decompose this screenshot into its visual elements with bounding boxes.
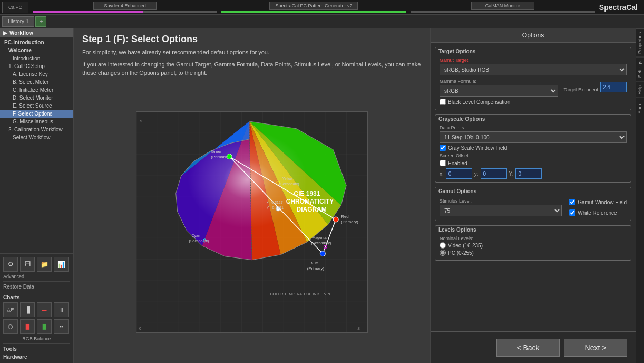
chart-bar2-icon[interactable]: █ [20,319,35,334]
data-points-select[interactable]: 11 Step 10% 0-100 [440,131,627,143]
gamma-formula-select[interactable]: sRGB [440,85,558,97]
levels-options-group: Levels Options Nominal Levels: Video (16… [435,225,631,261]
sidebar: ▶ Workflow PC-Introduction Welcome Intro… [0,28,74,363]
back-button[interactable]: < Back [496,339,560,357]
next-button[interactable]: Next > [564,339,627,357]
svg-text:(Secondary): (Secondary) [279,183,299,187]
Y-input[interactable] [515,168,542,179]
center-content: Step 1 (F): Select Options For simplicit… [74,28,430,363]
chart-rgb2-icon[interactable]: █ [37,319,52,334]
right-panel: Options Target Options Gamut Target: sRG… [430,28,636,363]
step-desc2: If you are interested in changing the Ga… [82,60,422,78]
chart-multi-icon[interactable]: ||| [54,302,69,317]
data-points-label: Data Points: [440,125,627,130]
sidebar-divider3 [3,292,70,292]
sidebar-item-select-workflow[interactable]: Select Workflow [0,133,73,141]
chart-rgb-icon[interactable]: ▬ [37,302,52,317]
sidebar-item-calibration-workflow[interactable]: 2. Calibration Workflow [0,126,73,133]
options-header: Options [431,28,636,43]
svg-point-13 [333,217,338,222]
gamut-options-content: Stimulus Level: 75 Gamut Window Field [435,195,631,221]
sidebar-item-initialize-meter[interactable]: C. Initialize Meter [0,86,73,94]
target-exponent-label: Target Exponent [563,87,598,92]
tool1-section: Spyder 4 Enhanced [33,2,217,13]
vtab-settings[interactable]: Settings [636,57,644,81]
vtab-properties[interactable]: Properties [636,28,644,57]
sidebar-item-select-monitor[interactable]: D. Select Monitor [0,94,73,102]
video-radio[interactable] [440,242,446,249]
gamut-window-label: Gamut Window Field [578,199,627,205]
gamut-window-row: Gamut Window Field [569,199,627,205]
stimulus-level-select[interactable]: 75 [440,205,562,216]
sidebar-item-introduction[interactable]: Introduction [0,54,73,62]
svg-text:Red: Red [341,214,349,219]
gamut-target-label: Gamut Target: [440,58,627,63]
chart-icon[interactable]: 📊 [54,257,69,272]
sidebar-item-select-source[interactable]: E. Select Source [0,102,73,110]
chart-pie-icon[interactable]: ⬡ [3,319,18,334]
sidebar-item-select-meter[interactable]: B. Select Meter [0,78,73,86]
cie-diagram: Red (Primary) Green (Primary) Blue (Prim… [74,82,430,364]
vtab-about[interactable]: About [636,98,644,117]
folder-icon[interactable]: 📁 [37,257,52,272]
tool2-label: SpectraCal PC Pattern Generator v2 [269,2,358,10]
target-exponent-input[interactable] [600,82,627,92]
media-icon[interactable]: 🎞 [20,257,35,272]
svg-text:(Secondary): (Secondary) [189,239,209,243]
pc-radio[interactable] [440,250,446,256]
black-level-checkbox[interactable] [440,99,446,105]
chart-delta-icon[interactable]: △E [3,302,18,317]
svg-text:CHROMATICITY: CHROMATICITY [286,198,334,205]
x-input[interactable] [446,168,472,179]
options-body: Target Options Gamut Target: sRGB, Studi… [431,43,636,331]
app-title: SpectraCal [599,3,642,12]
sidebar-divider [0,144,73,144]
sidebar-item-pc-introduction[interactable]: PC-Introduction [0,39,73,46]
vtab-help[interactable]: Help [636,81,644,98]
grayscale-window-row: Gray Scale Window Field [440,145,627,151]
chart-bar-icon[interactable]: ▐ [20,302,35,317]
sidebar-item-calpc-setup[interactable]: 1. CalPC Setup [0,62,73,70]
levels-options-title: Levels Options [435,226,631,234]
nominal-levels-label: Nominal Levels: [440,236,627,241]
history1-tab[interactable]: History 1 [2,16,34,27]
grayscale-options-content: Data Points: 11 Step 10% 0-100 Gray Scal… [435,123,631,182]
tool1-progress-fill [33,11,143,13]
enabled-checkbox[interactable] [440,160,446,166]
workflow-section: PC-Introduction Welcome Introduction 1. … [0,37,73,142]
svg-text:0: 0 [139,327,141,330]
target-options-title: Target Options [435,47,631,55]
tool3-label: CalMAN Monitor [471,2,534,10]
svg-text:Cyan: Cyan [192,234,200,238]
tool2-progress-fill [221,11,406,13]
charts-section-label: Charts [3,294,70,300]
enabled-label: Enabled [448,160,467,166]
gamut-window-checkbox[interactable] [569,199,575,205]
tab-bar: History 1 + [0,15,644,28]
pc-label: PC (0-255) [448,250,474,256]
grayscale-window-checkbox[interactable] [440,145,446,151]
add-tab-button[interactable]: + [35,16,46,27]
sidebar-item-license-key[interactable]: A. License Key [0,70,73,78]
hardware-section-label: Hardware [3,354,70,360]
video-label: Video (16-235) [448,243,483,249]
restore-data-button[interactable]: Restore Data [3,284,70,290]
rgb-balance-label: RGB Balance [3,336,70,341]
sidebar-item-select-options[interactable]: F. Select Options [0,110,73,118]
chart-extra-icon[interactable]: ▪▪ [54,319,69,334]
target-options-content: Gamut Target: sRGB, Studio RGB Gamma For… [435,55,631,110]
gamut-target-select[interactable]: sRGB, Studio RGB [440,64,627,75]
advanced-label: Advanced [3,274,24,279]
white-reference-checkbox[interactable] [569,209,575,216]
icon-row-1: ⚙ 🎞 📁 📊 [3,257,70,272]
screen-offset-label: Screen Offset: [440,153,627,158]
advanced-icon[interactable]: ⚙ [3,257,18,272]
tool3-progress [411,11,595,13]
sidebar-item-miscellaneous[interactable]: G. Miscellaneous [0,118,73,126]
stimulus-section: Stimulus Level: 75 [440,198,562,216]
svg-text:(Secondary): (Secondary) [311,241,331,245]
y-input[interactable] [481,168,507,179]
enabled-row: Enabled [440,160,627,166]
sidebar-item-welcome[interactable]: Welcome [0,46,73,54]
svg-text:DIAGRAM: DIAGRAM [297,206,327,213]
